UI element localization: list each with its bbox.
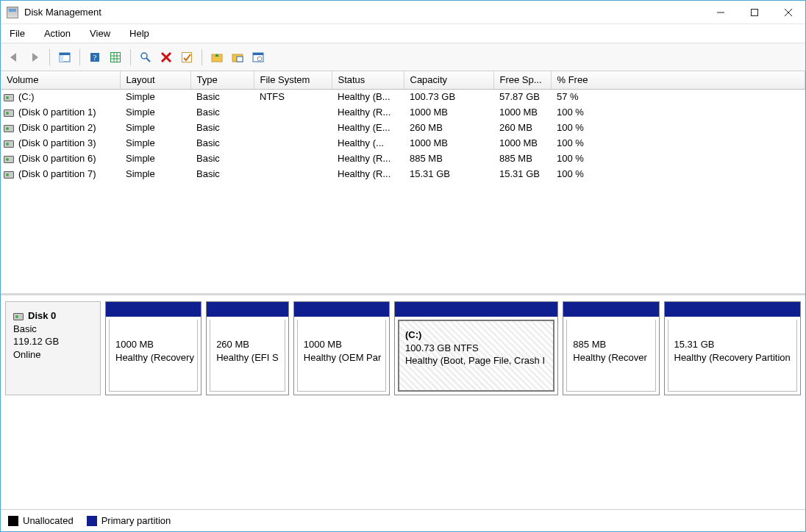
cell-free: 57.87 GB xyxy=(493,89,551,104)
cell-volume: (Disk 0 partition 3) xyxy=(18,137,96,148)
help-button[interactable]: ? xyxy=(86,48,104,66)
forward-button[interactable] xyxy=(26,48,43,66)
action3-button[interactable] xyxy=(249,48,267,66)
cell-pct: 100 % xyxy=(551,104,805,120)
svg-rect-8 xyxy=(60,55,63,62)
menu-help[interactable]: Help xyxy=(126,26,152,40)
disk-type: Basic xyxy=(13,323,93,336)
disk-state: Online xyxy=(13,348,93,362)
minimize-button[interactable] xyxy=(704,1,738,24)
toolbar-separator xyxy=(49,49,50,65)
svg-rect-24 xyxy=(237,57,243,62)
table-row[interactable]: (Disk 0 partition 1)SimpleBasicHealthy (… xyxy=(1,104,805,120)
partition[interactable]: 260 MBHealthy (EFI S xyxy=(206,301,289,395)
partition-size: 1000 MB xyxy=(115,338,191,351)
table-header-row[interactable]: Volume Layout Type File System Status Ca… xyxy=(1,71,805,89)
col-pctfree[interactable]: % Free xyxy=(551,71,805,89)
swatch-unallocated xyxy=(8,516,18,526)
svg-marker-4 xyxy=(10,53,16,62)
cell-capacity: 1000 MB xyxy=(404,135,493,151)
check-button[interactable] xyxy=(178,48,196,66)
partition-header xyxy=(395,302,557,317)
col-free[interactable]: Free Sp... xyxy=(493,71,551,89)
show-hide-tree-button[interactable] xyxy=(56,48,74,66)
folder-window-icon xyxy=(232,51,243,63)
cell-capacity: 1000 MB xyxy=(404,104,493,120)
back-button[interactable] xyxy=(5,48,23,66)
menu-view[interactable]: View xyxy=(87,26,113,40)
action2-button[interactable] xyxy=(229,48,246,66)
toolbar-separator xyxy=(130,49,131,65)
cell-layout: Simple xyxy=(120,135,190,151)
disk-pane: Disk 0 Basic 119.12 GB Online 1000 MBHea… xyxy=(1,295,805,395)
action1-button[interactable] xyxy=(208,48,226,66)
volume-icon xyxy=(4,156,14,163)
volume-table[interactable]: Volume Layout Type File System Status Ca… xyxy=(1,71,805,181)
partition[interactable]: 1000 MBHealthy (OEM Par xyxy=(293,301,390,395)
col-layout[interactable]: Layout xyxy=(120,71,190,89)
volume-list-pane: Volume Layout Type File System Status Ca… xyxy=(1,71,805,295)
menu-file[interactable]: File xyxy=(7,26,28,40)
cell-pct: 100 % xyxy=(551,151,805,166)
col-status[interactable]: Status xyxy=(332,71,404,89)
volume-icon xyxy=(4,171,14,179)
partition-header xyxy=(106,302,201,317)
arrow-left-icon xyxy=(8,51,20,63)
cell-fs xyxy=(254,104,332,120)
menu-action[interactable]: Action xyxy=(41,26,74,40)
disk-size: 119.12 GB xyxy=(13,335,93,348)
cell-type: Basic xyxy=(190,166,254,181)
svg-point-16 xyxy=(141,53,147,59)
delete-button[interactable] xyxy=(157,48,175,66)
cell-volume: (Disk 0 partition 1) xyxy=(18,107,96,118)
cell-status: Healthy (R... xyxy=(332,104,404,120)
col-volume[interactable]: Volume xyxy=(1,71,120,89)
partition-size: 100.73 GB NTFS xyxy=(405,342,547,355)
partition[interactable]: (C:)100.73 GB NTFSHealthy (Boot, Page Fi… xyxy=(394,301,558,395)
folder-up-icon xyxy=(211,51,223,63)
maximize-button[interactable] xyxy=(738,1,771,24)
cell-layout: Simple xyxy=(120,120,190,135)
table-row[interactable]: (Disk 0 partition 3)SimpleBasicHealthy (… xyxy=(1,135,805,151)
volume-icon xyxy=(4,125,14,132)
partition-size: 885 MB xyxy=(573,338,649,351)
cell-volume: (Disk 0 partition 6) xyxy=(18,153,96,164)
settings-button[interactable] xyxy=(107,48,124,66)
table-row[interactable]: (C:)SimpleBasicNTFSHealthy (B...100.73 G… xyxy=(1,89,805,104)
cell-fs xyxy=(254,135,332,151)
svg-marker-5 xyxy=(32,53,38,62)
cell-layout: Simple xyxy=(120,151,190,166)
partition[interactable]: 885 MBHealthy (Recover xyxy=(563,301,659,395)
toolbar-separator xyxy=(79,49,80,65)
cell-layout: Simple xyxy=(120,89,190,104)
table-row[interactable]: (Disk 0 partition 2)SimpleBasicHealthy (… xyxy=(1,120,805,135)
partition-status: Healthy (Recover xyxy=(573,351,649,364)
cell-type: Basic xyxy=(190,135,254,151)
app-icon xyxy=(7,7,18,18)
col-type[interactable]: Type xyxy=(190,71,254,89)
disk-name: Disk 0 xyxy=(28,310,56,321)
partition-size: 260 MB xyxy=(216,338,279,351)
x-icon xyxy=(160,51,172,63)
refresh-button[interactable] xyxy=(137,48,154,66)
toolbar-separator xyxy=(202,49,202,65)
cell-volume: (Disk 0 partition 2) xyxy=(18,122,96,133)
legend: Unallocated Primary partition xyxy=(1,509,805,531)
svg-rect-11 xyxy=(111,52,121,62)
col-filesystem[interactable]: File System xyxy=(254,71,332,89)
help-icon: ? xyxy=(89,51,101,63)
partition[interactable]: 15.31 GBHealthy (Recovery Partition xyxy=(664,301,801,395)
disk-row: Disk 0 Basic 119.12 GB Online 1000 MBHea… xyxy=(5,301,801,395)
svg-rect-26 xyxy=(253,53,263,55)
table-row[interactable]: (Disk 0 partition 7)SimpleBasicHealthy (… xyxy=(1,166,805,181)
cell-capacity: 15.31 GB xyxy=(404,166,493,181)
cell-pct: 100 % xyxy=(551,166,805,181)
close-button[interactable] xyxy=(771,1,805,24)
partition-status: Healthy (Recovery xyxy=(115,351,191,364)
table-row[interactable]: (Disk 0 partition 6)SimpleBasicHealthy (… xyxy=(1,151,805,166)
partition[interactable]: 1000 MBHealthy (Recovery xyxy=(105,301,202,395)
disk-label[interactable]: Disk 0 Basic 119.12 GB Online xyxy=(5,301,101,395)
cell-volume: (Disk 0 partition 7) xyxy=(18,168,96,179)
cell-layout: Simple xyxy=(120,104,190,120)
col-capacity[interactable]: Capacity xyxy=(404,71,493,89)
